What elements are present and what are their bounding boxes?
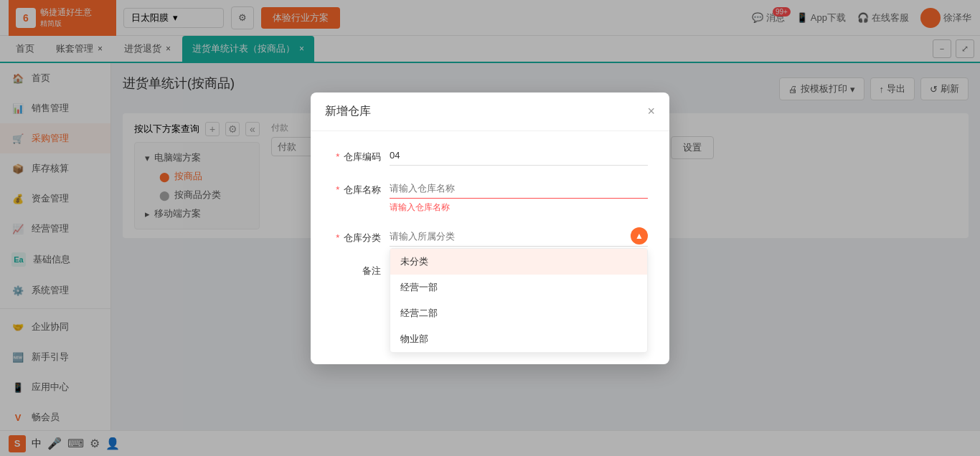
dropdown-option-uncategorized[interactable]: 未分类: [390, 249, 647, 275]
name-error-msg: 请输入仓库名称: [390, 201, 648, 214]
name-control: 请输入仓库名称: [390, 179, 648, 214]
modal-body: * 仓库编码 * 仓库名称 请输入仓库名称: [311, 131, 669, 327]
category-control: ▲ 未分类 经营一部 经营二部 物业部: [390, 227, 648, 247]
category-input[interactable]: [390, 227, 631, 246]
name-row: * 仓库名称 请输入仓库名称: [332, 179, 648, 214]
name-input[interactable]: [390, 179, 648, 199]
modal-overlay: 新增仓库 × * 仓库编码 * 仓库名称: [0, 0, 980, 456]
code-input[interactable]: [390, 146, 648, 166]
remark-label: 备注: [332, 260, 390, 277]
dropdown-option-property[interactable]: 物业部: [390, 326, 647, 352]
modal-header: 新增仓库 ×: [311, 92, 669, 131]
code-row: * 仓库编码: [332, 146, 648, 166]
code-label: * 仓库编码: [332, 146, 390, 163]
modal-close-button[interactable]: ×: [647, 105, 655, 118]
modal-title: 新增仓库: [325, 104, 371, 119]
category-dropdown-wrap: ▲: [390, 227, 648, 247]
dropdown-option-ops2[interactable]: 经营二部: [390, 300, 647, 326]
category-dropdown-list: 未分类 经营一部 经营二部 物业部: [390, 248, 648, 353]
name-label: * 仓库名称: [332, 179, 390, 196]
category-dropdown-toggle[interactable]: ▲: [631, 227, 648, 244]
add-warehouse-modal: 新增仓库 × * 仓库编码 * 仓库名称: [311, 92, 669, 364]
dropdown-option-ops1[interactable]: 经营一部: [390, 275, 647, 300]
code-control: [390, 146, 648, 166]
category-row: * 仓库分类 ▲ 未分类 经营一部 经营二部 物业部: [332, 227, 648, 247]
category-label: * 仓库分类: [332, 227, 390, 244]
